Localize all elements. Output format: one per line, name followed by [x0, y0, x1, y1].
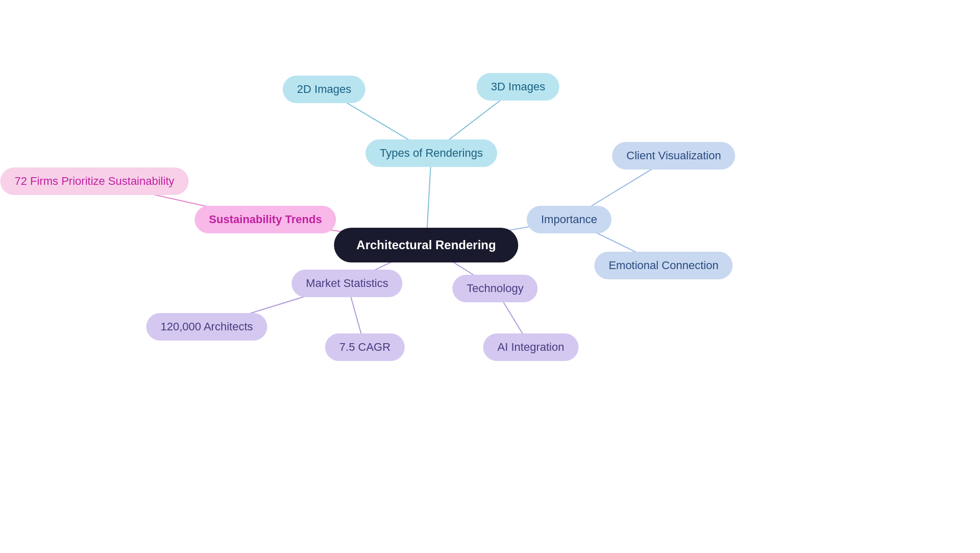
node-market-statistics[interactable]: Market Statistics — [291, 270, 402, 297]
node-120000-architects[interactable]: 120,000 Architects — [146, 313, 267, 341]
node-types-of-renderings[interactable]: Types of Renderings — [365, 139, 497, 167]
node-ai-integration[interactable]: AI Integration — [483, 333, 579, 361]
node-2d-images[interactable]: 2D Images — [283, 76, 365, 103]
node-client-visualization[interactable]: Client Visualization — [612, 142, 735, 170]
node-architectural-rendering[interactable]: Architectural Rendering — [334, 228, 518, 262]
mindmap-container: Architectural RenderingTypes of Renderin… — [0, 0, 980, 553]
node-72-firms[interactable]: 72 Firms Prioritize Sustainability — [1, 167, 189, 195]
node-emotional-connection[interactable]: Emotional Connection — [594, 252, 732, 279]
node-3d-images[interactable]: 3D Images — [477, 73, 559, 101]
node-technology[interactable]: Technology — [452, 275, 537, 302]
node-sustainability-trends[interactable]: Sustainability Trends — [194, 206, 336, 233]
node-75-cagr[interactable]: 7.5 CAGR — [325, 333, 405, 361]
node-importance[interactable]: Importance — [527, 206, 611, 233]
